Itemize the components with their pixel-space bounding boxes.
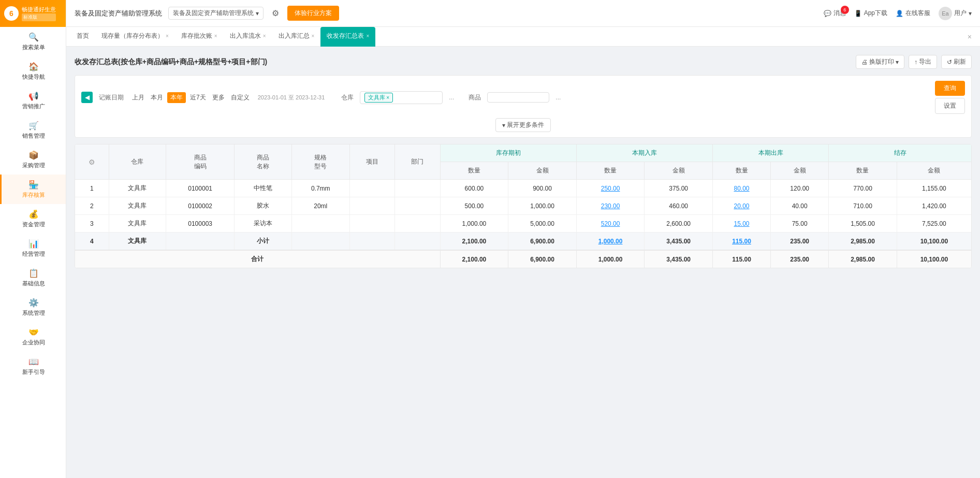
tab-close-batch-ledger[interactable]: × [214, 34, 217, 39]
cell-balance-qty: 710.00 [829, 197, 897, 215]
tab-close-recv-send-summary[interactable]: × [366, 34, 369, 39]
sidebar-item-guide[interactable]: 📖 新手引导 [0, 352, 66, 381]
goods-input[interactable] [487, 92, 549, 103]
cell-balance-qty: 1,505.00 [829, 215, 897, 233]
tab-close-stock-summary[interactable]: × [312, 34, 315, 39]
tabbar: 首页 现存量（库存分布表） × 库存批次账 × 出入库流水 × 出入库汇总 × … [66, 27, 980, 47]
cell-warehouse: 文具库 [109, 233, 166, 251]
footer-in-amount: 3,435.00 [645, 250, 713, 268]
cell-out-qty[interactable]: 20.00 [712, 197, 770, 215]
cell-in-qty[interactable]: 520.00 [576, 215, 645, 233]
table-row: 4文具库小计2,100.006,900.001,000.003,435.0011… [75, 233, 971, 251]
guide-icon: 📖 [28, 357, 39, 367]
footer-opening-qty: 2,100.00 [440, 250, 508, 268]
search-icon: 🔍 [28, 32, 39, 42]
cell-project [349, 197, 394, 215]
th-settings[interactable]: ⚙ [75, 144, 109, 180]
cell-in-qty[interactable]: 230.00 [576, 197, 645, 215]
date-btn-this-year[interactable]: 本年 [167, 92, 186, 103]
sidebar-item-operations[interactable]: 📊 经营管理 [0, 234, 66, 263]
date-btn-custom[interactable]: 自定义 [229, 92, 252, 103]
tab-stock-summary[interactable]: 出入库汇总 × [272, 27, 321, 47]
th-opening-qty: 数量 [440, 162, 508, 180]
cell-out-qty[interactable]: 15.00 [712, 215, 770, 233]
tab-close-inventory-dist[interactable]: × [166, 34, 169, 39]
sidebar-item-enterprise[interactable]: 🤝 企业协同 [0, 322, 66, 352]
cell-goods-spec [291, 215, 349, 233]
trial-button[interactable]: 体验行业方案 [287, 6, 339, 21]
refresh-button[interactable]: ↺ 刷新 [941, 55, 972, 69]
message-icon: 💬 [824, 10, 831, 17]
date-btn-last-month[interactable]: 上月 [130, 92, 147, 103]
cell-in-amount: 460.00 [645, 197, 713, 215]
cell-in-amount: 3,435.00 [645, 233, 713, 251]
sidebar-item-quick-nav[interactable]: 🏠 快捷导航 [0, 56, 66, 86]
cell-out-amount: 235.00 [771, 233, 829, 251]
date-btn-7days[interactable]: 近7天 [188, 92, 208, 103]
date-btn-this-month[interactable]: 本月 [149, 92, 165, 103]
cell-opening-amount: 900.00 [508, 180, 577, 197]
chevron-down-icon: ▾ [896, 59, 899, 66]
cell-balance-amount: 7,525.00 [897, 215, 971, 233]
warehouse-ellipsis[interactable]: ... [449, 94, 454, 101]
cell-opening-amount: 5,000.00 [508, 215, 577, 233]
warehouse-tag-close[interactable]: × [386, 95, 389, 100]
cell-balance-amount: 1,155.00 [897, 180, 971, 197]
tab-home[interactable]: 首页 [70, 27, 95, 47]
settings-icon[interactable]: ⚙ [270, 6, 281, 20]
filter-collapse-button[interactable]: ◀ [81, 92, 93, 103]
sidebar-item-inventory[interactable]: 🏪 库存核算 [0, 175, 66, 204]
expand-more-button[interactable]: ▾ 展开更多条件 [495, 118, 551, 132]
column-settings-icon[interactable]: ⚙ [89, 158, 95, 166]
cell-department [395, 197, 440, 215]
th-warehouse: 仓库 [109, 144, 166, 180]
messages-button[interactable]: 💬 消息 6 [824, 9, 846, 18]
tab-batch-ledger[interactable]: 库存批次账 × [175, 27, 224, 47]
date-btn-more[interactable]: 更多 [210, 92, 227, 103]
sidebar-item-sales[interactable]: 🛒 销售管理 [0, 115, 66, 145]
sidebar-item-system[interactable]: ⚙️ 系统管理 [0, 293, 66, 322]
cell-out-qty[interactable]: 80.00 [712, 180, 770, 197]
date-label: 记账日期 [99, 93, 124, 102]
tab-close-stock-flow[interactable]: × [263, 34, 266, 39]
tab-inventory-dist[interactable]: 现存量（库存分布表） × [95, 27, 175, 47]
sidebar-item-finance[interactable]: 💰 资金管理 [0, 204, 66, 234]
table-row: 1文具库0100001中性笔0.7mm600.00900.00250.00375… [75, 180, 971, 197]
filter-settings-button[interactable]: 设置 [935, 98, 965, 114]
tab-recv-send-summary[interactable]: 收发存汇总表 × [320, 27, 375, 47]
cell-goods-name: 胶水 [234, 197, 291, 215]
sidebar-item-search[interactable]: 🔍 搜索菜单 [0, 27, 66, 56]
purchase-icon: 📦 [28, 150, 39, 160]
table-row: 3文具库0100003采访本1,000.005,000.00520.002,60… [75, 215, 971, 233]
footer-out-qty: 115.00 [712, 250, 770, 268]
phone-icon: 📱 [854, 10, 862, 17]
cell-goods-code: 0100002 [166, 197, 235, 215]
sidebar-item-base-info[interactable]: 📋 基础信息 [0, 263, 66, 293]
th-department: 部门 [395, 144, 440, 180]
goods-ellipsis[interactable]: ... [555, 94, 561, 101]
system-selector[interactable]: 装备及固定资产辅助管理系统 ▾ [168, 7, 264, 20]
print-button[interactable]: 🖨 换版打印 ▾ [856, 55, 904, 69]
query-button[interactable]: 查询 [935, 81, 965, 96]
cell-out-amount: 120.00 [771, 180, 829, 197]
user-menu[interactable]: Ea 用户 ▾ [939, 7, 972, 20]
sidebar-item-marketing[interactable]: 📢 营销推广 [0, 86, 66, 115]
page-actions: 🖨 换版打印 ▾ ↑ 导出 ↺ 刷新 [856, 55, 972, 69]
sales-icon: 🛒 [28, 121, 39, 131]
online-service-button[interactable]: 👤 在线客服 [896, 9, 930, 18]
cell-in-qty[interactable]: 250.00 [576, 180, 645, 197]
cell-opening-amount: 6,900.00 [508, 233, 577, 251]
warehouse-input[interactable]: 文具库 × [360, 91, 443, 104]
app-download-button[interactable]: 📱 App下载 [854, 9, 887, 18]
tab-close-all[interactable]: × [963, 31, 976, 43]
marketing-icon: 📢 [28, 91, 39, 101]
cell-balance-amount: 1,420.00 [897, 197, 971, 215]
cell-out-qty[interactable]: 115.00 [712, 233, 770, 251]
cell-in-qty[interactable]: 1,000.00 [576, 233, 645, 251]
export-button[interactable]: ↑ 导出 [909, 55, 937, 69]
tab-stock-flow[interactable]: 出入库流水 × [224, 27, 272, 47]
date-buttons: 上月 本月 本年 近7天 更多 自定义 [130, 92, 252, 103]
system-icon: ⚙️ [28, 298, 39, 308]
avatar: Ea [939, 7, 952, 20]
sidebar-item-purchase[interactable]: 📦 采购管理 [0, 145, 66, 175]
